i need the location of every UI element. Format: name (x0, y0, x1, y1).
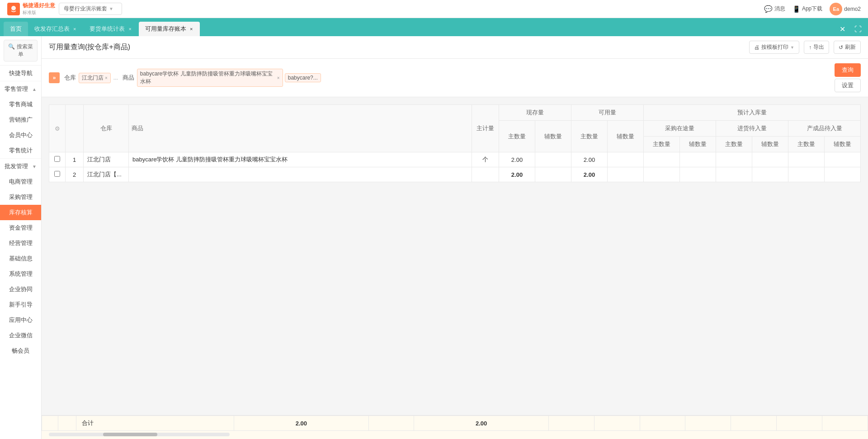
footer-label: 合计 (76, 416, 234, 431)
row2-purchase-aux (680, 167, 716, 182)
remove-goods-tag-icon[interactable]: × (277, 76, 280, 80)
sidebar-item-enterprise-wechat[interactable]: 企业微信 (0, 328, 41, 343)
row2-check[interactable] (54, 171, 60, 177)
warehouse-filter: 仓库 江北门店 × ... (64, 73, 118, 83)
tab-available-stock[interactable]: 可用量库存账本 × (139, 22, 200, 36)
warehouse-tag-0[interactable]: 江北门店 × (79, 73, 111, 83)
tab-bar: 首页 收发存汇总表 × 要货单统计表 × 可用量库存账本 × ✕ ⛶ (0, 18, 868, 36)
th-purchase-aux: 辅数量 (680, 137, 716, 152)
footer-avail-main: 2.00 (414, 416, 548, 431)
sidebar-group-wholesale: 批发管理 ▼ (0, 158, 41, 174)
filter-action-buttons: 查询 设置 (835, 63, 861, 92)
row1-avail-main: 2.00 (571, 152, 608, 167)
th-product-aux: 辅数量 (825, 137, 861, 152)
industry-selector[interactable]: 母婴行业演示账套 ▼ (59, 3, 122, 15)
refresh-button[interactable]: ↺ 刷新 (834, 41, 861, 54)
sidebar-item-enterprise-collab[interactable]: 企业协同 (0, 282, 41, 297)
tab-close-order-summary[interactable]: × (127, 25, 132, 33)
row1-purchase-main (644, 152, 680, 167)
remove-warehouse-tag-icon[interactable]: × (105, 76, 108, 80)
query-button[interactable]: 查询 (835, 63, 861, 77)
horizontal-scrollbar[interactable] (42, 431, 868, 439)
dropdown-arrow-icon: ▼ (790, 45, 794, 50)
th-warehouse: 仓库 (84, 105, 129, 152)
row2-purchase-main (644, 167, 680, 182)
sidebar-item-vip-member[interactable]: 畅会员 (0, 343, 41, 359)
search-menu-button[interactable]: 🔍 搜索菜单 (4, 40, 38, 61)
content-area: 可用量查询(按仓库+商品) 🖨 按模板打印 ▼ ↑ 导出 ↺ 刷新 (42, 36, 868, 439)
expand-filter-button[interactable]: » (49, 72, 60, 83)
sidebar-item-finance-mgmt[interactable]: 资金管理 (0, 220, 41, 236)
user-account[interactable]: Ea demo2 (830, 3, 861, 15)
export-icon: ↑ (809, 44, 811, 51)
top-bar-right: 💬 消息 📱 App下载 Ea demo2 (764, 3, 861, 15)
tab-order-summary[interactable]: 要货单统计表 × (83, 22, 138, 36)
th-no (66, 105, 84, 152)
page-header: 可用量查询(按仓库+商品) 🖨 按模板打印 ▼ ↑ 导出 ↺ 刷新 (42, 36, 868, 59)
warehouse-more[interactable]: ... (113, 75, 118, 81)
sidebar-group-retail: 零售管理 ▲ 零售商城 营销推广 会员中心 零售统计 (0, 81, 41, 158)
sidebar-item-retail-stat[interactable]: 零售统计 (0, 143, 41, 158)
tab-close-all-button[interactable]: ✕ (837, 24, 848, 34)
tab-close-available-stock[interactable]: × (189, 25, 193, 33)
row1-check[interactable] (54, 156, 60, 162)
home-tab-label: 首页 (10, 25, 22, 33)
gear-icon[interactable]: ⚙ (55, 125, 60, 132)
sidebar-item-member-center[interactable]: 会员中心 (0, 127, 41, 143)
message-button[interactable]: 💬 消息 (764, 5, 785, 13)
refresh-icon: ↺ (839, 44, 843, 51)
footer-arrival-main (685, 416, 731, 431)
scroll-track[interactable] (49, 433, 230, 436)
message-icon: 💬 (764, 5, 773, 13)
table-body: 1 江北门店 babycare学饮杯 儿童防摔防撞吸管杯重力球吸嘴杯宝宝水杯 个… (49, 152, 861, 182)
row2-product-aux (825, 167, 861, 182)
th-product-pending: 产成品待入量 (788, 121, 861, 137)
sidebar-item-ecommerce[interactable]: 电商管理 (0, 174, 41, 189)
footer-product-main (777, 416, 822, 431)
svg-point-0 (11, 6, 16, 10)
row2-stock-aux (535, 167, 571, 182)
sidebar-item-retail-mgmt[interactable]: 零售管理 ▲ (0, 81, 41, 97)
sidebar-item-retail-shop[interactable]: 零售商城 (0, 97, 41, 112)
sidebar-item-sys-mgmt[interactable]: 系统管理 (0, 266, 41, 282)
row2-checkbox[interactable] (49, 167, 66, 182)
data-table: ⚙ 仓库 商品 主计量 现存量 可用量 预计入库量 主数量 辅数量 主数量 (49, 104, 861, 182)
top-bar-left: 畅捷通好生意 标准版 母婴行业演示账套 ▼ (7, 2, 122, 16)
tab-fullscreen-button[interactable]: ⛶ (852, 24, 864, 34)
sidebar-item-quick-nav[interactable]: 快捷导航 (0, 66, 41, 81)
sidebar-item-purchase-mgmt[interactable]: 采购管理 (0, 189, 41, 205)
setting-button[interactable]: 设置 (835, 79, 861, 92)
goods-tag-1[interactable]: babycare?... (285, 73, 321, 82)
sidebar-item-basic-info[interactable]: 基础信息 (0, 251, 41, 266)
goods-tag-0[interactable]: babycare学饮杯 儿童防摔防撞吸管杯重力球吸嘴杯宝宝水杯 × (137, 69, 283, 87)
th-arrival-pending: 进货待入量 (716, 121, 788, 137)
sidebar-item-ops-mgmt[interactable]: 经营管理 (0, 236, 41, 251)
sidebar-item-new-guide[interactable]: 新手引导 (0, 297, 41, 312)
sidebar-item-app-center[interactable]: 应用中心 (0, 312, 41, 328)
sidebar-item-marketing[interactable]: 营销推广 (0, 112, 41, 127)
arrow-down-icon: ▼ (32, 164, 37, 169)
tab-close-receivable[interactable]: × (72, 25, 77, 33)
sidebar-item-wholesale-mgmt[interactable]: 批发管理 ▼ (0, 159, 41, 174)
row1-checkbox[interactable] (49, 152, 66, 167)
th-stock-aux: 辅数量 (535, 121, 571, 152)
sidebar: 🔍 搜索菜单 快捷导航 零售管理 ▲ 零售商城 营销推广 会员中心 零售统计 (0, 36, 42, 439)
brand-icon (7, 3, 20, 15)
app-download-button[interactable]: 📱 App下载 (793, 5, 822, 13)
th-product-main: 主数量 (788, 137, 825, 152)
sidebar-item-inventory-check[interactable]: 库存核算 (0, 205, 41, 220)
print-icon: 🖨 (754, 44, 760, 51)
scroll-thumb[interactable] (103, 433, 157, 436)
print-template-button[interactable]: 🖨 按模板打印 ▼ (749, 41, 799, 54)
tab-receivable[interactable]: 收发存汇总表 × (28, 22, 83, 36)
footer-purchase-aux (640, 416, 685, 431)
filter-bar: » 仓库 江北门店 × ... 商品 babycare学饮杯 儿童防摔防撞吸管杯… (42, 59, 868, 97)
page-title: 可用量查询(按仓库+商品) (49, 42, 130, 52)
th-avail-main: 主数量 (571, 121, 608, 152)
row2-unit (472, 167, 499, 182)
th-arrival-aux: 辅数量 (752, 137, 788, 152)
top-bar: 畅捷通好生意 标准版 母婴行业演示账套 ▼ 💬 消息 📱 App下载 Ea de… (0, 0, 868, 18)
tab-home[interactable]: 首页 (4, 22, 28, 36)
export-button[interactable]: ↑ 导出 (804, 41, 829, 54)
row1-no: 1 (66, 152, 84, 167)
